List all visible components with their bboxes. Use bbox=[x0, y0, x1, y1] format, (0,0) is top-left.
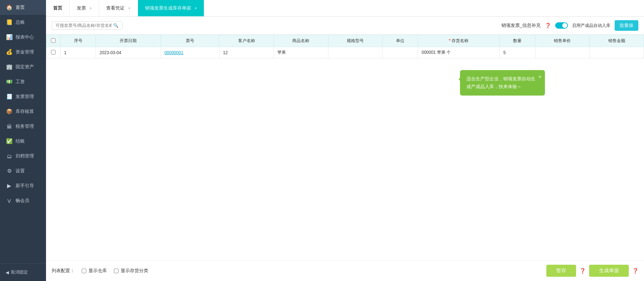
cell-inventory-0: 000001 苹果 个 bbox=[418, 47, 500, 58]
sidebar-item-settlement[interactable]: ✅ 结账 bbox=[0, 134, 46, 149]
save-help-icon[interactable]: ❓ bbox=[580, 268, 586, 274]
tab-home[interactable]: 首页 bbox=[46, 0, 70, 16]
tooltip-text: 适合生产型企业，销项发票自动生成产成品入库，快来体验～ bbox=[466, 76, 535, 89]
search-box[interactable]: 🔍 bbox=[52, 21, 122, 30]
sidebar-label-home: 首页 bbox=[16, 4, 25, 11]
col-header-amount: 销售金额 bbox=[590, 35, 644, 47]
sidebar-label-archive: 归档管理 bbox=[16, 153, 34, 159]
table-row: 12023-03-040000000112苹果000001 苹果 个5 bbox=[46, 47, 644, 58]
tab-invoice[interactable]: 发票× bbox=[70, 0, 99, 16]
generate-help-icon[interactable]: ❓ bbox=[632, 268, 638, 274]
vip-icon: V bbox=[6, 198, 13, 204]
show-category-checkbox[interactable] bbox=[114, 269, 119, 273]
save-button[interactable]: 暂存 bbox=[546, 265, 576, 277]
sidebar: 🏠 首页📒 总账📊 报表中心💰 资金管理🏢 固定资产💵 工资🧾 发票管理📦 bbox=[0, 0, 46, 281]
col-header-qty: 数量 bbox=[500, 35, 535, 47]
select-all-checkbox[interactable] bbox=[51, 38, 56, 43]
undo-label: 取消固定 bbox=[11, 269, 28, 275]
col-header-unit: 单位 bbox=[383, 35, 418, 47]
cell-seq-0: 1 bbox=[61, 47, 96, 58]
inventory-icon: 📦 bbox=[6, 108, 13, 115]
main-table: 序号开票日期票号客户名称商品名称规格型号单位* 存货名称数量销售单价销售金额 1… bbox=[46, 35, 644, 58]
sidebar-label-fixed-assets: 固定资产 bbox=[16, 64, 34, 70]
sidebar-undo-button[interactable]: ◀ 取消固定 bbox=[0, 266, 46, 278]
sidebar-item-report-center[interactable]: 📊 报表中心 bbox=[0, 30, 46, 45]
sidebar-item-payroll[interactable]: 💵 工资 bbox=[0, 74, 46, 89]
tab-label-invoice: 发票 bbox=[77, 5, 86, 11]
tab-label-view-voucher: 查看凭证 bbox=[106, 5, 125, 11]
sidebar-item-settings[interactable]: ⚙ 设置 bbox=[0, 164, 46, 178]
sidebar-label-settings: 设置 bbox=[16, 168, 25, 174]
tab-close-view-voucher[interactable]: × bbox=[128, 6, 130, 10]
row-checkbox[interactable] bbox=[51, 50, 56, 55]
settings-icon: ⚙ bbox=[6, 168, 13, 174]
sidebar-item-tax-management[interactable]: 🏛 税务管理 bbox=[0, 119, 46, 134]
cell-customer-0: 12 bbox=[219, 47, 274, 58]
toggle-label: 启用产成品自动入库 bbox=[572, 23, 610, 29]
tab-cancel-invoice[interactable]: 销项发票生成库存单据× bbox=[138, 0, 204, 16]
search-input[interactable] bbox=[56, 23, 112, 28]
col-header-checkbox bbox=[46, 35, 61, 47]
show-warehouse-label: 显示仓库 bbox=[88, 268, 107, 274]
cell-spec-0 bbox=[328, 47, 383, 58]
tooltip-close-button[interactable]: × bbox=[539, 73, 541, 81]
cell-checkbox-0[interactable] bbox=[46, 47, 61, 58]
tab-label-cancel-invoice: 销项发票生成库存单据 bbox=[145, 5, 191, 11]
sidebar-label-settlement: 结账 bbox=[16, 138, 25, 144]
col-header-ticket-no: 票号 bbox=[161, 35, 219, 47]
tab-close-cancel-invoice[interactable]: × bbox=[195, 6, 197, 10]
col-header-seq: 序号 bbox=[61, 35, 96, 47]
cell-amount-0 bbox=[590, 47, 644, 58]
fund-management-icon: 💰 bbox=[6, 49, 13, 55]
col-header-spec: 规格型号 bbox=[328, 35, 383, 47]
tab-view-voucher[interactable]: 查看凭证× bbox=[99, 0, 138, 16]
payroll-icon: 💵 bbox=[6, 79, 13, 85]
footer: 列表配置： 显示仓库 显示存货分类 暂存 ❓ 生成单据 ❓ bbox=[46, 260, 644, 281]
sidebar-item-inventory[interactable]: 📦 库存核算 bbox=[0, 104, 46, 119]
sidebar-label-general-ledger: 总账 bbox=[16, 19, 25, 25]
sidebar-label-invoice-management: 发票管理 bbox=[16, 93, 34, 100]
sidebar-item-new-guide[interactable]: ▶ 新手引导 bbox=[0, 178, 46, 193]
config-label: 列表配置： bbox=[52, 268, 75, 274]
sidebar-label-new-guide: 新手引导 bbox=[16, 183, 34, 189]
batch-button[interactable]: 批量操 bbox=[615, 20, 638, 31]
toolbar: 🔍 销项发票_信息补充 ❓ 启用产成品自动入库 批量操 bbox=[46, 17, 644, 35]
tab-label-home: 首页 bbox=[53, 5, 62, 11]
sidebar-item-invoice-management[interactable]: 🧾 发票管理 bbox=[0, 89, 46, 104]
sidebar-label-report-center: 报表中心 bbox=[16, 34, 34, 40]
home-icon: 🏠 bbox=[6, 4, 13, 11]
cell-unit-0 bbox=[383, 47, 418, 58]
tax-management-icon: 🏛 bbox=[6, 124, 13, 130]
cell-ticket-no-0: 00000001 bbox=[161, 47, 219, 58]
content-area: 🔍 销项发票_信息补充 ❓ 启用产成品自动入库 批量操 序号开票日期票号客户名称… bbox=[46, 17, 644, 281]
search-icon: 🔍 bbox=[113, 23, 119, 28]
show-category-label: 显示存货分类 bbox=[121, 268, 148, 274]
sidebar-item-archive[interactable]: 🗂 归档管理 bbox=[0, 149, 46, 164]
sidebar-label-vip: 畅会员 bbox=[16, 197, 29, 204]
tab-close-invoice[interactable]: × bbox=[90, 6, 92, 10]
cell-unit-price-0 bbox=[535, 47, 590, 58]
col-header-customer: 客户名称 bbox=[219, 35, 274, 47]
sidebar-item-fixed-assets[interactable]: 🏢 固定资产 bbox=[0, 59, 46, 74]
sidebar-item-general-ledger[interactable]: 📒 总账 bbox=[0, 15, 46, 30]
generate-button[interactable]: 生成单据 bbox=[589, 265, 629, 277]
help-icon[interactable]: ❓ bbox=[545, 23, 551, 28]
tooltip-popup: × 适合生产型企业，销项发票自动生成产成品入库，快来体验～ bbox=[460, 70, 545, 96]
settlement-icon: ✅ bbox=[6, 138, 13, 144]
show-warehouse-checkbox[interactable] bbox=[82, 269, 86, 273]
show-category-group: 显示存货分类 bbox=[114, 268, 148, 274]
auto-import-toggle[interactable] bbox=[555, 22, 568, 29]
footer-buttons: 暂存 ❓ 生成单据 ❓ bbox=[546, 265, 638, 277]
sidebar-item-home[interactable]: 🏠 首页 bbox=[0, 0, 46, 15]
show-warehouse-group: 显示仓库 bbox=[82, 268, 107, 274]
report-center-icon: 📊 bbox=[6, 34, 13, 40]
sidebar-label-tax-management: 税务管理 bbox=[16, 123, 34, 130]
info-label: 销项发票_信息补充 bbox=[501, 22, 541, 29]
ticket-link-0[interactable]: 00000001 bbox=[165, 50, 183, 55]
main-area: 首页发票×查看凭证×销项发票生成库存单据× 🔍 销项发票_信息补充 ❓ 启用产成… bbox=[46, 0, 644, 281]
sidebar-item-fund-management[interactable]: 💰 资金管理 bbox=[0, 45, 46, 59]
toolbar-left: 🔍 bbox=[52, 21, 122, 30]
sidebar-label-payroll: 工资 bbox=[16, 79, 25, 85]
sidebar-item-vip[interactable]: V 畅会员 bbox=[0, 193, 46, 208]
sidebar-label-fund-management: 资金管理 bbox=[16, 49, 34, 55]
